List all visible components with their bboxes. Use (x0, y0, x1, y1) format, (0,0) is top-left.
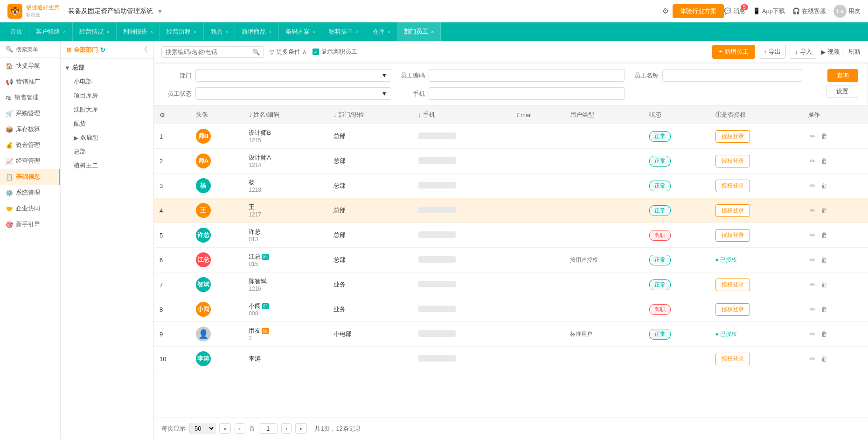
close-tab-icon[interactable]: × (431, 29, 434, 35)
emp-name-input[interactable] (662, 69, 802, 82)
last-page-button[interactable]: » (295, 423, 307, 434)
dept-tree-item-xiaodian[interactable]: 小电部 (61, 75, 153, 89)
phone-input[interactable] (429, 87, 625, 100)
edit-button[interactable]: ✏ (808, 230, 817, 240)
col-settings[interactable]: ⚙ (154, 106, 190, 124)
edit-button[interactable]: ✏ (808, 329, 817, 339)
next-page-button[interactable]: › (281, 423, 292, 434)
close-tab-icon[interactable]: × (225, 29, 228, 35)
emp-code-input[interactable] (429, 69, 625, 82)
page-size-select[interactable]: 50 100 (189, 423, 215, 434)
online-service-button[interactable]: 🎧 在线客服 (792, 7, 826, 15)
set-button[interactable]: 设置 (826, 85, 858, 98)
col-phone[interactable]: ↕ 手机 (413, 106, 511, 124)
nav-tab-利润报告[interactable]: 利润报告 × (117, 22, 160, 41)
edit-button[interactable]: ✏ (808, 206, 817, 215)
delete-button[interactable]: 🗑 (819, 156, 829, 166)
prev-page-button[interactable]: ‹ (235, 423, 245, 434)
add-employee-button[interactable]: + 新增员工 (712, 45, 755, 59)
sidebar-item-inventory[interactable]: 📦 库存核算 (0, 121, 60, 137)
sidebar-item-sales[interactable]: 🛍 销售管理 (0, 90, 60, 105)
import-button[interactable]: ↓ 导入 (790, 45, 817, 59)
more-filter-button[interactable]: ▽ 更多条件 ∧ (270, 48, 307, 56)
dept-tree-item-shuanglu[interactable]: ▶ 双鹿想 (61, 131, 153, 145)
sidebar-search-input[interactable] (16, 46, 55, 53)
nav-tab-商品[interactable]: 商品 × (204, 22, 235, 41)
close-tab-icon[interactable]: × (312, 29, 315, 35)
delete-button[interactable]: 🗑 (819, 329, 829, 339)
delete-button[interactable]: 🗑 (819, 255, 829, 265)
close-tab-icon[interactable]: × (269, 29, 271, 35)
edit-button[interactable]: ✏ (808, 280, 817, 289)
user-menu-button[interactable]: Ea 用友 (833, 5, 861, 18)
close-tab-icon[interactable]: × (150, 29, 153, 35)
authorize-button[interactable]: 授权登录 (715, 130, 750, 143)
sidebar-search[interactable]: 🔍 (0, 41, 60, 58)
sidebar-item-guide[interactable]: 🎯 新手引导 (0, 216, 60, 232)
search-submit-button[interactable]: 查询 (827, 69, 858, 82)
dept-tree-item-zongbu[interactable]: 总部 (61, 145, 153, 159)
delete-button[interactable]: 🗑 (819, 132, 829, 141)
edit-button[interactable]: ✏ (808, 132, 817, 141)
close-tab-icon[interactable]: × (106, 29, 109, 35)
close-tab-icon[interactable]: × (194, 29, 196, 35)
dept-tree-item-general[interactable]: ▼ 总部 (61, 61, 153, 75)
nav-tab-仓库[interactable]: 仓库 × (366, 22, 397, 41)
view-button[interactable]: ▶ 视频 (821, 48, 840, 56)
dropdown-arrow-icon[interactable]: ▼ (157, 7, 163, 15)
authorize-button[interactable]: 授权登录 (715, 279, 750, 291)
delete-button[interactable]: 🗑 (819, 305, 829, 314)
dept-select[interactable]: ▼ (195, 69, 391, 82)
app-download-button[interactable]: 📱 App下载 (753, 7, 785, 15)
edit-button[interactable]: ✏ (808, 181, 817, 190)
sidebar-item-finance[interactable]: 💰 资金管理 (0, 137, 60, 153)
edit-button[interactable]: ✏ (808, 156, 817, 166)
close-tab-icon[interactable]: × (356, 29, 359, 35)
search-input[interactable] (166, 49, 250, 56)
close-tab-icon[interactable]: × (63, 29, 66, 35)
delete-button[interactable]: 🗑 (819, 230, 829, 240)
delete-button[interactable]: 🗑 (819, 280, 829, 289)
delete-button[interactable]: 🗑 (819, 181, 829, 190)
authorize-button[interactable]: 授权登录 (715, 229, 750, 242)
nav-tab-部门员工[interactable]: 部门员工 × (397, 22, 441, 41)
export-button[interactable]: ↑ 导出 (759, 45, 786, 59)
authorize-button[interactable]: 授权登录 (715, 180, 750, 192)
dept-tree-item-proj[interactable]: 项目库房 (61, 89, 153, 103)
sidebar-item-collab[interactable]: 🤝 企业协同 (0, 201, 60, 216)
sidebar-item-quick-nav[interactable]: 🏠 快捷导航 (0, 58, 60, 74)
nav-tab-经营情况[interactable]: 经营情况 × (73, 22, 116, 41)
nav-tab-新增商品[interactable]: 新增商品 × (235, 22, 278, 41)
sidebar-item-basic-info[interactable]: 📋 基础信息 (0, 169, 60, 185)
delete-button[interactable]: 🗑 (819, 354, 829, 363)
show-resigned-toggle[interactable]: ✓ 显示离职员工 (312, 48, 357, 56)
nav-tab-条码方案[interactable]: 条码方案 × (279, 22, 322, 41)
messages-button[interactable]: 💬 消息 5 (724, 7, 745, 15)
page-number-input[interactable] (259, 423, 278, 434)
first-page-button[interactable]: « (219, 423, 231, 434)
refresh-icon[interactable]: ↻ (100, 46, 105, 54)
authorize-button[interactable]: 授权登录 (715, 303, 750, 316)
sidebar-item-purchase[interactable]: 🛒 采购管理 (0, 105, 60, 121)
nav-tab-物料清单[interactable]: 物料清单 × (322, 22, 366, 41)
edit-button[interactable]: ✏ (808, 255, 817, 265)
sidebar-item-operations[interactable]: 📈 经营管理 (0, 153, 60, 169)
trial-button[interactable]: 体验行业方案 (673, 4, 724, 18)
authorize-button[interactable]: 授权登录 (715, 204, 750, 217)
delete-button[interactable]: 🗑 (819, 206, 829, 215)
col-name-code[interactable]: ↕ 姓名/编码 (243, 106, 328, 124)
nav-tab-首页[interactable]: 首页 (4, 22, 29, 41)
search-btn-icon[interactable]: 🔍 (252, 49, 260, 56)
dept-tree-item-peihuo[interactable]: 配货 (61, 117, 153, 131)
dept-tree-item-zhishu[interactable]: 植树王二 (61, 159, 153, 173)
sidebar-item-marketing[interactable]: 📢 营销推广 (0, 74, 60, 90)
col-dept[interactable]: ↕ 部门/职位 (328, 106, 413, 124)
settings-button[interactable]: ⚙ (662, 7, 669, 15)
close-tab-icon[interactable]: × (388, 29, 390, 35)
emp-status-select[interactable]: ▼ (195, 87, 391, 100)
authorize-button[interactable]: 授权登录 (715, 353, 750, 365)
search-input-wrapper[interactable]: 🔍 (161, 46, 264, 58)
authorize-button[interactable]: 授权登录 (715, 155, 750, 167)
sidebar-item-system[interactable]: ⚙️ 系统管理 (0, 185, 60, 201)
nav-tab-客户联络[interactable]: 客户联络 × (29, 22, 73, 41)
